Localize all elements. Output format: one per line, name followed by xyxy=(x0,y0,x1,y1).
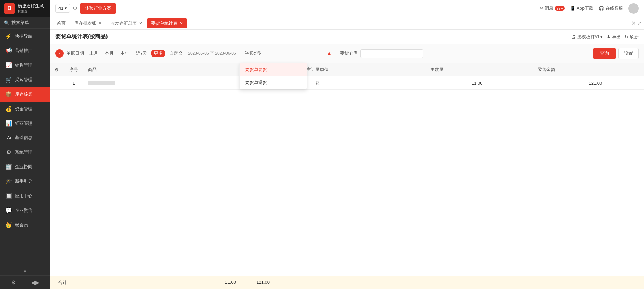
sidebar: B 畅捷通好生意 标准版 🔍 搜索菜单 ⚡ 快捷导航 📢 营销推广 📈 销售管理… xyxy=(0,0,50,289)
sidebar-item-inventory[interactable]: 📦 库存核算 xyxy=(0,87,50,102)
tab-close-all-icon[interactable]: ✕ xyxy=(631,20,636,26)
finance-icon: 💰 xyxy=(5,106,12,112)
tab-collect-summary[interactable]: 收发存汇总表 ✕ xyxy=(106,18,146,28)
membership-label: 畅会员 xyxy=(15,222,28,228)
sidebar-bottom: ⚙ ◀▶ xyxy=(0,275,50,289)
warehouse-filter-input[interactable] xyxy=(360,49,423,58)
purchase-icon: 🛒 xyxy=(5,76,12,83)
warehouse-filter-label: 要货仓库 xyxy=(340,50,358,57)
date-quick-btns: 上月 本月 本年 近7天 更多 自定义 xyxy=(87,50,185,57)
sidebar-scroll-down[interactable]: ▼ xyxy=(0,268,50,275)
header-settings-icon[interactable]: ⚙ xyxy=(73,5,77,12)
date-filter-label: 单据日期 xyxy=(66,50,84,57)
sidebar-item-app-center[interactable]: 🔲 应用中心 xyxy=(0,188,50,203)
settings-btn[interactable]: 设置 xyxy=(618,48,639,59)
date-btn-custom[interactable]: 自定义 xyxy=(167,50,185,57)
online-service-action[interactable]: 🎧 在线客服 xyxy=(599,5,623,12)
date-range: 2023-05-06 至 2023-06-06 xyxy=(188,51,236,57)
online-service-label: 在线客服 xyxy=(605,5,623,12)
search-icon: 🔍 xyxy=(4,20,9,25)
footer-qty: 11.00 xyxy=(206,280,240,286)
sales-label: 销售管理 xyxy=(15,62,32,68)
refresh-btn[interactable]: ↻ 刷新 xyxy=(625,34,639,40)
purchase-label: 采购管理 xyxy=(15,77,32,83)
date-btn-this-month[interactable]: 本月 xyxy=(102,50,116,57)
finance-label: 资金管理 xyxy=(15,106,32,112)
type-dropdown-icon[interactable]: ▲ xyxy=(327,50,332,57)
sidebar-item-enterprise-wechat[interactable]: 💬 企业微信 xyxy=(0,203,50,218)
sidebar-item-finance[interactable]: 💰 资金管理 xyxy=(0,102,50,116)
col-settings-header[interactable]: ⚙ xyxy=(50,63,64,76)
tab-bar: 首页 库存批次账 ✕ 收发存汇总表 ✕ 要货单统计表 ✕ ✕ ⤢ xyxy=(50,17,644,30)
page-header: 要货单统计表(按商品) 🖨 按模板打印 ▾ ⬇ 导出 ↻ 刷新 xyxy=(50,30,644,44)
company-selector[interactable]: 41 ▾ xyxy=(55,4,70,13)
home-label: 首页 xyxy=(57,20,66,26)
print-chevron-icon: ▾ xyxy=(600,34,603,39)
filter-expand-btn[interactable]: › xyxy=(55,49,64,58)
logo-text-wrap: 畅捷通好生意 标准版 xyxy=(18,3,44,14)
type-filter-input[interactable] xyxy=(264,50,332,57)
enterprise-icon: 🏢 xyxy=(5,163,12,170)
date-btn-prev-month[interactable]: 上月 xyxy=(87,50,101,57)
filter-bar: › 单据日期 上月 本月 本年 近7天 更多 自定义 2023-05-06 至 … xyxy=(50,44,644,63)
tab-inventory-batch-close[interactable]: ✕ xyxy=(98,21,102,25)
dropdown-item-order-goods[interactable]: 要货单要货 xyxy=(240,63,307,76)
sidebar-item-operation[interactable]: 📊 经营管理 xyxy=(0,116,50,131)
user-avatar[interactable] xyxy=(628,3,639,14)
sidebar-item-guide[interactable]: 🎓 新手引导 xyxy=(0,174,50,188)
search-label: 搜索菜单 xyxy=(11,20,29,26)
tab-collect-summary-close[interactable]: ✕ xyxy=(139,21,142,25)
tab-inventory-batch[interactable]: 库存批次账 ✕ xyxy=(70,18,106,28)
sidebar-item-marketing[interactable]: 📢 营销推广 xyxy=(0,43,50,58)
sidebar-search[interactable]: 🔍 搜索菜单 xyxy=(0,17,50,29)
date-btn-more[interactable]: 更多 xyxy=(151,50,165,57)
export-icon: ⬇ xyxy=(607,34,611,39)
type-filter-label: 单据类型 xyxy=(244,50,262,57)
sidebar-item-membership[interactable]: 👑 畅会员 xyxy=(0,218,50,232)
basic-label: 基础信息 xyxy=(15,135,32,141)
app-download-icon: 📱 xyxy=(570,6,575,11)
cell-seq: 1 xyxy=(64,76,84,90)
sidebar-nav: ⚡ 快捷导航 📢 营销推广 📈 销售管理 🛒 采购管理 📦 库存核算 💰 资金管… xyxy=(0,29,50,268)
logo-sub: 标准版 xyxy=(18,9,44,14)
refresh-label: 刷新 xyxy=(630,34,639,40)
dropdown-item-order-return[interactable]: 要货单退货 xyxy=(240,76,307,89)
tab-collect-summary-label: 收发存汇总表 xyxy=(111,20,137,26)
dropdown-order-return-label: 要货单退货 xyxy=(245,80,267,85)
enterprise-wechat-label: 企业微信 xyxy=(15,207,32,214)
app-download-action[interactable]: 📱 App下载 xyxy=(570,5,593,12)
cell-amount: 121.00 xyxy=(487,76,606,90)
date-btn-7days[interactable]: 近7天 xyxy=(133,50,150,57)
sidebar-item-basic[interactable]: 🗂 基础信息 xyxy=(0,131,50,145)
print-btn[interactable]: 🖨 按模板打印 ▾ xyxy=(571,34,603,40)
sidebar-item-enterprise[interactable]: 🏢 企业协同 xyxy=(0,159,50,174)
tab-order-stats[interactable]: 要货单统计表 ✕ xyxy=(147,18,187,28)
quick-nav-icon: ⚡ xyxy=(5,33,12,39)
sidebar-item-purchase[interactable]: 🛒 采购管理 xyxy=(0,72,50,87)
membership-icon: 👑 xyxy=(5,222,12,228)
tab-expand-icon[interactable]: ⤢ xyxy=(637,20,641,26)
type-dropdown-menu: 要货单要货 要货单退货 xyxy=(239,63,307,89)
sidebar-item-sales[interactable]: 📈 销售管理 xyxy=(0,58,50,72)
operation-label: 经营管理 xyxy=(15,120,32,127)
sales-icon: 📈 xyxy=(5,62,12,68)
sidebar-collapse-btn[interactable]: ◀▶ xyxy=(31,279,39,286)
system-icon: ⚙ xyxy=(5,149,12,155)
date-btn-this-year[interactable]: 本年 xyxy=(118,50,132,57)
top-header: 41 ▾ ⚙ 体验行业方案 ✉ 消息 99+ 📱 App下载 🎧 在线客服 xyxy=(50,0,644,17)
content-area: 要货单统计表(按商品) 🖨 按模板打印 ▾ ⬇ 导出 ↻ 刷新 xyxy=(50,30,644,289)
sidebar-item-system[interactable]: ⚙ 系统管理 xyxy=(0,145,50,159)
query-btn[interactable]: 查询 xyxy=(593,48,616,59)
trial-btn[interactable]: 体验行业方案 xyxy=(80,3,116,14)
export-btn[interactable]: ⬇ 导出 xyxy=(607,34,621,40)
marketing-icon: 📢 xyxy=(5,47,12,54)
dropdown-order-goods-label: 要货单要货 xyxy=(245,67,267,72)
tab-home[interactable]: 首页 xyxy=(53,18,70,28)
messages-action[interactable]: ✉ 消息 99+ xyxy=(540,5,565,12)
filter-more-btn[interactable]: … xyxy=(427,50,433,57)
sidebar-item-quick-nav[interactable]: ⚡ 快捷导航 xyxy=(0,29,50,43)
sidebar-settings-btn[interactable]: ⚙ xyxy=(11,279,16,286)
header-right: ✉ 消息 99+ 📱 App下载 🎧 在线客服 xyxy=(540,3,639,14)
cell-qty: 11.00 xyxy=(387,76,486,90)
tab-order-stats-close[interactable]: ✕ xyxy=(180,21,183,25)
